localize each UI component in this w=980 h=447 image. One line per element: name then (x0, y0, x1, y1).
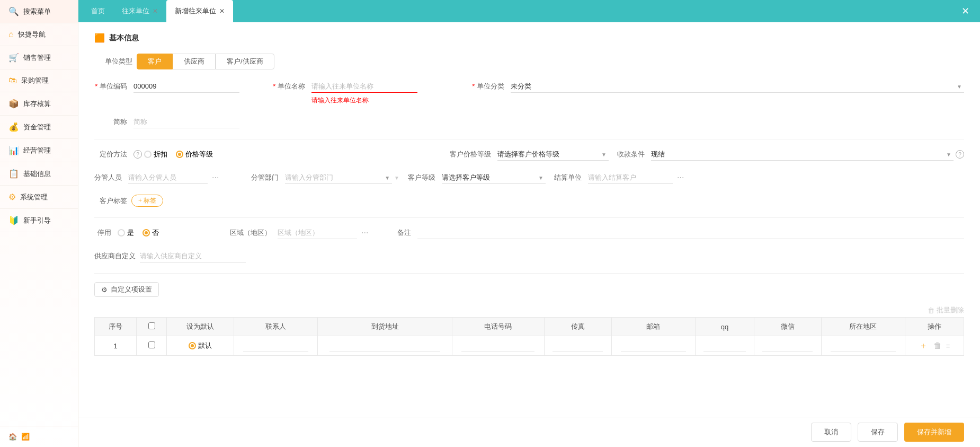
signal-icon: 📶 (21, 433, 30, 441)
cancel-button[interactable]: 取消 (811, 423, 851, 442)
operations-icon: 📊 (8, 145, 19, 155)
fax-input[interactable] (553, 339, 603, 352)
purchase-icon: 🛍 (8, 76, 17, 85)
th-contact: 联系人 (234, 318, 317, 336)
tab-new-partner[interactable]: 新增往来单位 ✕ (166, 0, 233, 22)
tab-home[interactable]: 首页 (83, 0, 113, 22)
td-qq (696, 336, 754, 356)
type-btn-supplier[interactable]: 供应商 (173, 54, 216, 69)
dept-dropdown-icon: ▼ (394, 175, 399, 181)
payment-terms-select[interactable]: 现结 (651, 148, 954, 161)
row-default-radio[interactable]: 默认 (172, 341, 228, 350)
td-action: ＋ 🗑 ≡ (905, 336, 964, 356)
radio-yes[interactable]: 是 (118, 228, 134, 238)
table-header-row: 序号 设为默认 联系人 到货地址 电话号码 传真 邮箱 qq 微信 所在地区 操… (95, 318, 964, 336)
pricing-method-label: 定价方法 (94, 150, 131, 159)
radio-no-circle (142, 229, 150, 236)
section-title: 基本信息 (109, 33, 139, 43)
sidebar-item-label: 搜索菜单 (23, 7, 51, 16)
sidebar-item-sales[interactable]: 🛒 销售管理 (0, 46, 78, 69)
tab-partners[interactable]: 往来单位 ✕ (113, 0, 166, 22)
sidebar-item-finance[interactable]: 💰 资金管理 (0, 116, 78, 139)
contact-table: 序号 设为默认 联系人 到货地址 电话号码 传真 邮箱 qq 微信 所在地区 操… (94, 317, 964, 356)
contact-input[interactable] (243, 339, 309, 352)
row-region-input[interactable] (831, 339, 896, 352)
disable-radio-group: 是 否 (118, 228, 159, 238)
radio-price-level[interactable]: 价格等级 (176, 150, 213, 159)
tab-new-partner-close[interactable]: ✕ (219, 7, 225, 15)
td-phone (452, 336, 544, 356)
dept-input[interactable] (285, 171, 392, 184)
customer-price-select[interactable]: 请选择客户价格等级 (497, 148, 609, 161)
tab-partners-label: 往来单位 (122, 6, 149, 16)
unit-code-input[interactable] (133, 80, 239, 93)
manager-input[interactable] (128, 171, 208, 184)
tab-partners-close[interactable]: ✕ (153, 7, 158, 15)
save-button[interactable]: 保存 (858, 423, 898, 442)
sidebar-item-guide[interactable]: 🔰 新手引导 (0, 209, 78, 232)
tab-home-label: 首页 (91, 6, 105, 16)
add-row-button[interactable]: ＋ (919, 341, 928, 350)
region-cell: 区域（地区） ··· (230, 226, 389, 239)
settlement-input[interactable] (588, 171, 673, 184)
th-default: 设为默认 (167, 318, 234, 336)
select-all-checkbox[interactable] (148, 322, 155, 329)
remark-input[interactable] (417, 226, 964, 239)
main-area: 首页 往来单位 ✕ 新增往来单位 ✕ ✕ 🟧 基本信息 单位类型 客户 供应商 … (78, 0, 980, 447)
dept-label: 分管部门 (251, 173, 283, 182)
supplier-custom-input[interactable] (140, 250, 246, 262)
payment-help-icon[interactable]: ? (956, 150, 964, 159)
phone-input[interactable] (461, 339, 534, 352)
qq-input[interactable] (703, 339, 746, 352)
radio-yes-circle (118, 229, 125, 236)
supplier-custom-row: 供应商自定义 (94, 250, 964, 262)
address-input[interactable] (329, 339, 440, 352)
row-default-circle (189, 342, 196, 349)
settlement-dots[interactable]: ··· (675, 173, 686, 182)
type-btn-both[interactable]: 客户/供应商 (216, 54, 274, 69)
pricing-method-cell: 定价方法 ? 折扣 价格等级 (94, 150, 441, 159)
pricing-help-icon[interactable]: ? (133, 150, 142, 159)
sidebar-item-basic-info[interactable]: 📋 基础信息 (0, 162, 78, 186)
sidebar-item-inventory[interactable]: 📦 库存核算 (0, 92, 78, 116)
customer-level-select[interactable]: 请选择客户等级 (442, 171, 546, 184)
save-new-button[interactable]: 保存并新增 (904, 423, 964, 442)
email-input[interactable] (621, 339, 687, 352)
row-checkbox[interactable] (148, 341, 155, 348)
customer-tag-label: 客户标签 (94, 196, 131, 206)
sidebar-item-operations[interactable]: 📊 经营管理 (0, 139, 78, 162)
region-dots[interactable]: ··· (359, 228, 370, 238)
inventory-icon: 📦 (8, 99, 19, 109)
manager-cell: 分管人员 ··· (94, 171, 243, 184)
divider-2 (94, 217, 964, 218)
sidebar-item-purchase[interactable]: 🛍 采购管理 (0, 69, 78, 92)
sidebar-item-label: 库存核算 (23, 99, 51, 109)
custom-setting-button[interactable]: ⚙ 自定义项设置 (94, 282, 159, 297)
tab-bar: 首页 往来单位 ✕ 新增往来单位 ✕ ✕ (78, 0, 980, 22)
sidebar-item-quick-nav[interactable]: ⌂ 快捷导航 (0, 23, 78, 46)
short-name-input[interactable] (133, 116, 239, 128)
type-btn-customer[interactable]: 客户 (137, 54, 173, 69)
tab-bar-close[interactable]: ✕ (955, 5, 976, 17)
footer-bar: 取消 保存 保存并新增 (78, 417, 980, 447)
unit-name-input[interactable] (311, 80, 417, 93)
delete-row-button[interactable]: 🗑 (933, 341, 942, 350)
radio-no[interactable]: 否 (142, 228, 159, 238)
sidebar-item-label: 新手引导 (23, 216, 51, 225)
manager-dots[interactable]: ··· (210, 173, 221, 182)
radio-discount[interactable]: 折扣 (144, 150, 167, 159)
disable-region-row: 停用 是 否 区域（地区） ··· (94, 226, 964, 239)
sidebar-item-system[interactable]: ⚙ 系统管理 (0, 186, 78, 209)
th-qq: qq (696, 318, 754, 336)
th-fax: 传真 (544, 318, 611, 336)
customer-price-cell: 客户价格等级 请选择客户价格等级 (450, 148, 609, 161)
add-tag-button[interactable]: + 标签 (131, 195, 163, 207)
radio-yes-label: 是 (127, 228, 134, 238)
batch-delete-label[interactable]: 批量删除 (937, 305, 964, 315)
system-icon: ⚙ (8, 192, 16, 202)
radio-price-level-circle (176, 151, 183, 158)
region-input[interactable] (278, 226, 357, 239)
wechat-input[interactable] (762, 339, 813, 352)
sidebar-item-search[interactable]: 🔍 搜索菜单 (0, 0, 78, 23)
unit-category-select[interactable]: 未分类 (511, 80, 964, 93)
